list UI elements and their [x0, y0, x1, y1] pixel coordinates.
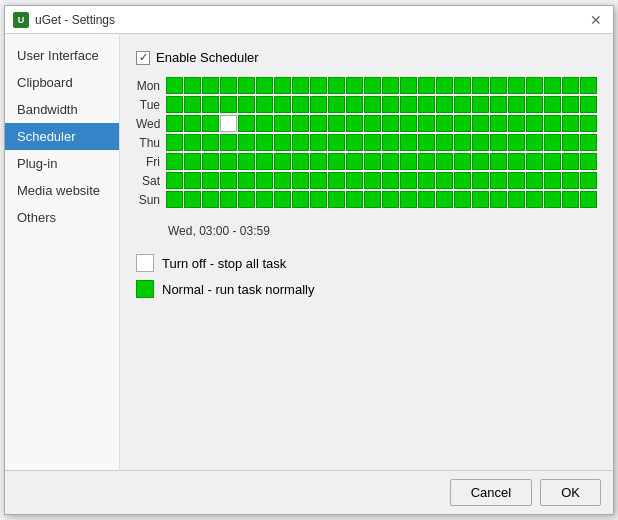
cell-sun-7[interactable] — [292, 191, 309, 208]
cell-wed-11[interactable] — [364, 115, 381, 132]
cell-mon-16[interactable] — [454, 77, 471, 94]
cell-sun-6[interactable] — [274, 191, 291, 208]
cell-wed-22[interactable] — [562, 115, 579, 132]
cell-wed-4[interactable] — [238, 115, 255, 132]
cell-fri-15[interactable] — [436, 153, 453, 170]
cell-fri-18[interactable] — [490, 153, 507, 170]
cell-mon-2[interactable] — [202, 77, 219, 94]
cell-fri-21[interactable] — [544, 153, 561, 170]
cell-thu-19[interactable] — [508, 134, 525, 151]
cell-thu-15[interactable] — [436, 134, 453, 151]
cell-thu-0[interactable] — [166, 134, 183, 151]
cell-fri-20[interactable] — [526, 153, 543, 170]
cell-sat-23[interactable] — [580, 172, 597, 189]
cell-fri-1[interactable] — [184, 153, 201, 170]
cell-tue-17[interactable] — [472, 96, 489, 113]
cell-sun-10[interactable] — [346, 191, 363, 208]
cell-mon-5[interactable] — [256, 77, 273, 94]
cell-sun-2[interactable] — [202, 191, 219, 208]
cell-mon-15[interactable] — [436, 77, 453, 94]
cell-tue-16[interactable] — [454, 96, 471, 113]
cell-sun-12[interactable] — [382, 191, 399, 208]
cell-wed-5[interactable] — [256, 115, 273, 132]
cell-wed-23[interactable] — [580, 115, 597, 132]
cell-thu-10[interactable] — [346, 134, 363, 151]
cell-tue-4[interactable] — [238, 96, 255, 113]
cell-thu-13[interactable] — [400, 134, 417, 151]
cell-tue-1[interactable] — [184, 96, 201, 113]
cell-sat-10[interactable] — [346, 172, 363, 189]
cell-thu-6[interactable] — [274, 134, 291, 151]
cell-thu-14[interactable] — [418, 134, 435, 151]
cell-sun-22[interactable] — [562, 191, 579, 208]
cell-thu-11[interactable] — [364, 134, 381, 151]
cell-fri-11[interactable] — [364, 153, 381, 170]
cell-mon-9[interactable] — [328, 77, 345, 94]
cell-thu-18[interactable] — [490, 134, 507, 151]
cell-fri-13[interactable] — [400, 153, 417, 170]
cell-wed-16[interactable] — [454, 115, 471, 132]
cell-sun-4[interactable] — [238, 191, 255, 208]
cell-sun-18[interactable] — [490, 191, 507, 208]
cell-wed-21[interactable] — [544, 115, 561, 132]
cell-fri-23[interactable] — [580, 153, 597, 170]
cell-wed-3[interactable] — [220, 115, 237, 132]
cell-tue-13[interactable] — [400, 96, 417, 113]
cell-sun-20[interactable] — [526, 191, 543, 208]
cell-wed-17[interactable] — [472, 115, 489, 132]
sidebar-item-media-website[interactable]: Media website — [5, 177, 119, 204]
cell-sat-6[interactable] — [274, 172, 291, 189]
cell-sat-11[interactable] — [364, 172, 381, 189]
cell-mon-3[interactable] — [220, 77, 237, 94]
cell-fri-10[interactable] — [346, 153, 363, 170]
cell-thu-5[interactable] — [256, 134, 273, 151]
cell-tue-5[interactable] — [256, 96, 273, 113]
cell-mon-0[interactable] — [166, 77, 183, 94]
cell-sun-23[interactable] — [580, 191, 597, 208]
cell-thu-16[interactable] — [454, 134, 471, 151]
cell-thu-12[interactable] — [382, 134, 399, 151]
cell-mon-17[interactable] — [472, 77, 489, 94]
cell-wed-10[interactable] — [346, 115, 363, 132]
cell-sat-13[interactable] — [400, 172, 417, 189]
cell-thu-4[interactable] — [238, 134, 255, 151]
cell-sat-8[interactable] — [310, 172, 327, 189]
cell-sun-3[interactable] — [220, 191, 237, 208]
cell-fri-2[interactable] — [202, 153, 219, 170]
cell-mon-21[interactable] — [544, 77, 561, 94]
cell-mon-19[interactable] — [508, 77, 525, 94]
cancel-button[interactable]: Cancel — [450, 479, 532, 506]
cell-sun-5[interactable] — [256, 191, 273, 208]
cell-tue-8[interactable] — [310, 96, 327, 113]
cell-sun-14[interactable] — [418, 191, 435, 208]
cell-fri-12[interactable] — [382, 153, 399, 170]
sidebar-item-user-interface[interactable]: User Interface — [5, 42, 119, 69]
cell-tue-18[interactable] — [490, 96, 507, 113]
cell-mon-18[interactable] — [490, 77, 507, 94]
cell-mon-14[interactable] — [418, 77, 435, 94]
cell-thu-8[interactable] — [310, 134, 327, 151]
cell-sat-21[interactable] — [544, 172, 561, 189]
cell-fri-9[interactable] — [328, 153, 345, 170]
cell-thu-1[interactable] — [184, 134, 201, 151]
cell-wed-2[interactable] — [202, 115, 219, 132]
cell-wed-14[interactable] — [418, 115, 435, 132]
cell-wed-18[interactable] — [490, 115, 507, 132]
cell-sun-1[interactable] — [184, 191, 201, 208]
cell-sat-1[interactable] — [184, 172, 201, 189]
cell-sat-14[interactable] — [418, 172, 435, 189]
cell-tue-15[interactable] — [436, 96, 453, 113]
cell-tue-12[interactable] — [382, 96, 399, 113]
cell-sat-12[interactable] — [382, 172, 399, 189]
cell-sun-19[interactable] — [508, 191, 525, 208]
cell-sat-5[interactable] — [256, 172, 273, 189]
ok-button[interactable]: OK — [540, 479, 601, 506]
cell-fri-4[interactable] — [238, 153, 255, 170]
cell-mon-11[interactable] — [364, 77, 381, 94]
cell-mon-4[interactable] — [238, 77, 255, 94]
cell-sat-15[interactable] — [436, 172, 453, 189]
cell-wed-8[interactable] — [310, 115, 327, 132]
cell-tue-9[interactable] — [328, 96, 345, 113]
cell-wed-1[interactable] — [184, 115, 201, 132]
cell-thu-9[interactable] — [328, 134, 345, 151]
